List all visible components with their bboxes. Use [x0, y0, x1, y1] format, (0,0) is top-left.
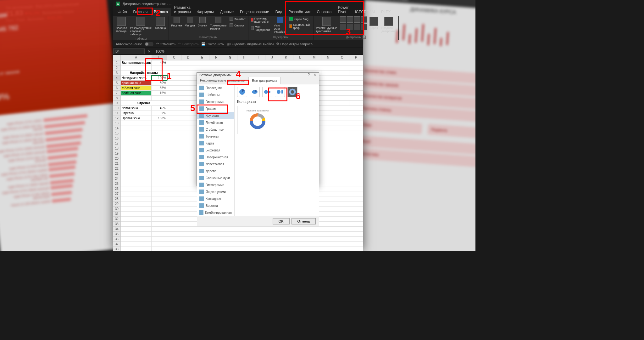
cell-P17[interactable] — [349, 141, 363, 146]
chart-type-Комбинированная[interactable]: Комбинированная — [197, 209, 234, 216]
cell-P20[interactable] — [349, 156, 363, 161]
cell-C26[interactable] — [167, 186, 181, 191]
cell-A15[interactable] — [121, 131, 152, 136]
row-header-2[interactable]: 2 — [113, 65, 121, 71]
row-header-3[interactable]: 3 — [113, 71, 121, 76]
cell-C35[interactable] — [167, 232, 181, 237]
maps-button[interactable]: Карты — [369, 16, 379, 30]
cell-C9[interactable] — [167, 101, 181, 106]
cell-O18[interactable] — [335, 146, 349, 151]
cell-N16[interactable] — [321, 136, 335, 141]
cell-N2[interactable] — [321, 65, 335, 71]
col-header-P[interactable]: P — [349, 55, 363, 60]
cell-P21[interactable] — [349, 161, 363, 166]
cell-N38[interactable] — [321, 247, 335, 251]
cell-E34[interactable] — [195, 227, 209, 232]
cell-C1[interactable] — [167, 60, 181, 65]
cell-P3[interactable] — [349, 71, 363, 76]
col-header-I[interactable]: I — [251, 55, 265, 60]
cell-P16[interactable] — [349, 136, 363, 141]
cell-N25[interactable] — [321, 181, 335, 186]
cell-N8[interactable] — [321, 96, 335, 101]
cell-C16[interactable] — [167, 136, 181, 141]
cell-D38[interactable] — [181, 247, 195, 251]
subtype-pie[interactable] — [237, 87, 247, 97]
cell-N21[interactable] — [321, 161, 335, 166]
cell-D31[interactable] — [181, 212, 195, 217]
cell-B6[interactable]: 35% — [152, 86, 167, 91]
cell-C3[interactable] — [167, 71, 181, 76]
cell-A29[interactable] — [121, 201, 152, 207]
cell-L35[interactable] — [293, 232, 307, 237]
cell-D28[interactable] — [181, 196, 195, 201]
query-params-button[interactable]: ⚙ Параметры запроса — [276, 42, 313, 46]
cell-B8[interactable] — [152, 96, 167, 101]
cell-I36[interactable] — [251, 237, 265, 242]
cell-B15[interactable] — [152, 131, 167, 136]
cell-A5[interactable]: Красная зона — [121, 81, 152, 86]
col-header-E[interactable]: E — [195, 55, 209, 60]
cell-O20[interactable] — [335, 156, 349, 161]
cell-B4[interactable]: 100% — [152, 76, 167, 81]
cell-N27[interactable] — [321, 191, 335, 196]
cell-C36[interactable] — [167, 237, 181, 242]
cell-M36[interactable] — [307, 237, 321, 242]
cell-D37[interactable] — [181, 242, 195, 247]
cell-F2[interactable] — [209, 65, 223, 71]
cell-E1[interactable] — [195, 60, 209, 65]
cell-C28[interactable] — [167, 196, 181, 201]
cell-G38[interactable] — [223, 247, 237, 251]
cell-C8[interactable] — [167, 96, 181, 101]
screenshot-button[interactable]: Снимок — [229, 23, 246, 28]
dialog-close-icon[interactable]: ✕ — [314, 73, 316, 77]
tab-data[interactable]: Данные — [217, 8, 237, 16]
chart-type-С областями[interactable]: С областями — [197, 126, 234, 133]
col-header-D[interactable]: D — [181, 55, 196, 60]
cell-C10[interactable] — [167, 106, 181, 111]
cell-O10[interactable] — [335, 106, 349, 111]
row-header-11[interactable]: 11 — [113, 111, 121, 116]
cell-A35[interactable] — [121, 232, 152, 237]
cell-A30[interactable] — [121, 207, 152, 212]
col-header-J[interactable]: J — [265, 55, 280, 60]
cell-A12[interactable]: Правая зона — [121, 116, 152, 121]
cell-P27[interactable] — [349, 191, 363, 196]
chart-bar-icon[interactable] — [361, 16, 367, 23]
cell-D33[interactable] — [181, 222, 195, 227]
cell-D5[interactable] — [181, 81, 195, 86]
cell-D26[interactable] — [181, 186, 195, 191]
cell-N35[interactable] — [321, 232, 335, 237]
pictures-button[interactable]: Рисунки — [171, 16, 183, 28]
cell-P34[interactable] — [349, 227, 363, 232]
cell-E36[interactable] — [195, 237, 209, 242]
cell-N17[interactable] — [321, 141, 335, 146]
col-header-F[interactable]: F — [209, 55, 224, 60]
cell-O1[interactable] — [335, 60, 349, 65]
tab-powerpivot[interactable]: Power Pivot — [335, 4, 352, 16]
cell-I2[interactable] — [251, 65, 265, 71]
cell-C24[interactable] — [167, 176, 181, 181]
chart-type-Каскадная[interactable]: Каскадная — [197, 195, 234, 202]
cell-P30[interactable] — [349, 207, 363, 212]
cell-A8[interactable] — [121, 96, 152, 101]
cell-N31[interactable] — [321, 212, 335, 217]
cell-P2[interactable] — [349, 65, 363, 71]
tab-insert[interactable]: Вставка — [151, 8, 171, 16]
cell-C11[interactable] — [167, 111, 181, 116]
cell-N36[interactable] — [321, 237, 335, 242]
cell-N20[interactable] — [321, 156, 335, 161]
cell-H2[interactable] — [237, 65, 251, 71]
row-header-24[interactable]: 24 — [113, 176, 121, 181]
cell-O36[interactable] — [335, 237, 349, 242]
cell-B35[interactable] — [152, 232, 167, 237]
visio-button[interactable]: Visio Data Visualizer — [273, 16, 287, 34]
chart-type-Ящик с усами[interactable]: Ящик с усами — [197, 188, 234, 195]
pivot-table-button[interactable]: Сводная таблица — [115, 16, 128, 33]
cell-C38[interactable] — [167, 247, 181, 251]
row-header-22[interactable]: 22 — [113, 166, 121, 171]
cell-C19[interactable] — [167, 151, 181, 156]
cell-P26[interactable] — [349, 186, 363, 191]
get-addins-button[interactable]: Получить надстройки — [250, 16, 271, 24]
cell-P5[interactable] — [349, 81, 363, 86]
row-header-29[interactable]: 29 — [113, 201, 121, 207]
